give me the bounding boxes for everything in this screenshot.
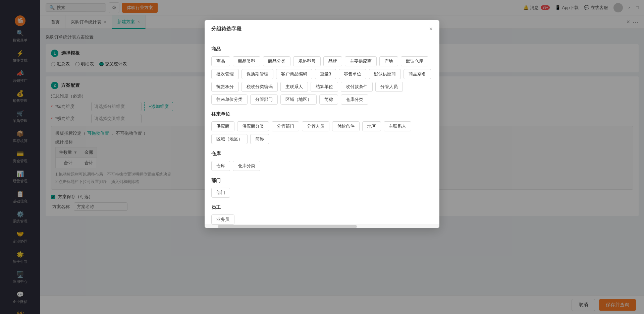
hscroll-thumb[interactable]: [218, 225, 357, 228]
field-chip-0-15[interactable]: 拣货积分: [211, 82, 239, 92]
modal-section-chips-0: 商品商品类型商品分类规格型号品牌主要供应商产地默认仓库批次管理保质期管理客户商品…: [211, 56, 433, 105]
field-chip-0-24[interactable]: 简称: [319, 95, 338, 105]
field-chip-0-5[interactable]: 主要供应商: [345, 56, 377, 66]
field-chip-1-2[interactable]: 分管部门: [272, 121, 299, 131]
field-chip-1-1[interactable]: 供应商分类: [237, 121, 269, 131]
field-chip-0-19[interactable]: 收付款条件: [341, 82, 373, 92]
field-chip-2-1[interactable]: 仓库分类: [233, 161, 260, 171]
field-chip-2-0[interactable]: 仓库: [211, 161, 230, 171]
field-chip-1-0[interactable]: 供应商: [211, 121, 234, 131]
modal-horizontal-scrollbar[interactable]: [205, 225, 439, 228]
modal-section-title-2: 仓库: [211, 151, 433, 157]
modal-header: 分组待选字段 ×: [205, 20, 439, 38]
modal-section-chips-1: 供应商供应商分类分管部门分管人员付款条件地区主联系人区域（地区）简称: [211, 121, 433, 144]
field-chip-0-4[interactable]: 品牌: [323, 56, 342, 66]
field-chip-0-25[interactable]: 仓库分类: [341, 95, 368, 105]
field-chip-1-3[interactable]: 分管人员: [302, 121, 329, 131]
field-chip-3-0[interactable]: 部门: [211, 188, 230, 198]
modal-section-title-1: 往来单位: [211, 111, 433, 117]
field-chip-0-12[interactable]: 零售单位: [339, 69, 366, 79]
field-chip-0-9[interactable]: 保质期管理: [241, 69, 273, 79]
field-chip-0-21[interactable]: 往来单位分类: [211, 95, 248, 105]
modal-section-title-0: 商品: [211, 46, 433, 52]
field-chip-0-14[interactable]: 商品别名: [404, 69, 431, 79]
field-chip-4-0[interactable]: 业务员: [211, 214, 234, 225]
field-chip-1-5[interactable]: 地区: [362, 121, 381, 131]
modal-overlay: 分组待选字段 × 商品商品商品类型商品分类规格型号品牌主要供应商产地默认仓库批次…: [0, 0, 644, 314]
field-chip-0-13[interactable]: 默认供应商: [369, 69, 401, 79]
modal-section-title-3: 部门: [211, 178, 433, 184]
field-chip-1-8[interactable]: 简称: [250, 134, 269, 144]
field-chip-0-3[interactable]: 规格型号: [293, 56, 321, 66]
field-chip-0-22[interactable]: 分管部门: [250, 95, 278, 105]
field-chip-0-1[interactable]: 商品类型: [233, 56, 260, 66]
modal-body[interactable]: 商品商品商品类型商品分类规格型号品牌主要供应商产地默认仓库批次管理保质期管理客户…: [205, 38, 439, 225]
field-chip-1-6[interactable]: 主联系人: [384, 121, 411, 131]
modal-section-chips-4: 业务员: [211, 214, 433, 225]
field-chip-0-10[interactable]: 客户商品编码: [276, 69, 312, 79]
modal-section-chips-3: 部门: [211, 188, 433, 198]
modal-section-title-4: 员工: [211, 204, 433, 210]
field-chip-0-7[interactable]: 默认仓库: [401, 56, 428, 66]
field-chip-0-16[interactable]: 税收分类编码: [241, 82, 278, 92]
modal: 分组待选字段 × 商品商品商品类型商品分类规格型号品牌主要供应商产地默认仓库批次…: [205, 20, 439, 228]
field-chip-0-23[interactable]: 区域（地区）: [280, 95, 317, 105]
field-chip-0-20[interactable]: 分管人员: [375, 82, 403, 92]
field-chip-0-17[interactable]: 主联系人: [280, 82, 308, 92]
modal-section-chips-2: 仓库仓库分类: [211, 161, 433, 171]
field-chip-1-4[interactable]: 付款条件: [332, 121, 360, 131]
modal-close-button[interactable]: ×: [429, 25, 433, 33]
field-chip-0-11[interactable]: 重量3: [315, 69, 336, 79]
field-chip-0-8[interactable]: 批次管理: [211, 69, 239, 79]
field-chip-0-6[interactable]: 产地: [379, 56, 398, 66]
field-chip-0-18[interactable]: 结算单位: [311, 82, 338, 92]
field-chip-0-2[interactable]: 商品分类: [263, 56, 290, 66]
field-chip-1-7[interactable]: 区域（地区）: [211, 134, 248, 144]
modal-title: 分组待选字段: [211, 26, 241, 32]
field-chip-0-0[interactable]: 商品: [211, 56, 230, 66]
